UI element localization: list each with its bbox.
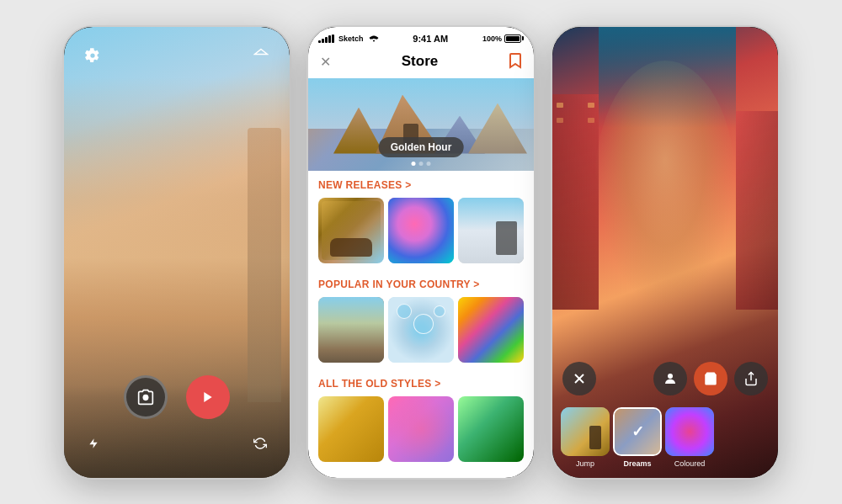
flash-icon[interactable]	[83, 432, 104, 454]
window-3	[557, 118, 563, 123]
window-2	[588, 103, 594, 108]
new-releases-section: NEW RELEASES >	[308, 171, 534, 270]
popular-section: POPULAR IN YOUR COUNTRY >	[308, 270, 534, 369]
camera-top-icons	[64, 42, 290, 69]
camera-bottom-icons	[64, 432, 290, 454]
store-banner: Golden Hour	[308, 78, 534, 171]
filter-close-button[interactable]	[562, 362, 596, 395]
old-styles-title[interactable]: ALL THE OLD STYLES >	[318, 378, 524, 390]
building-left	[552, 94, 599, 310]
signal-bar-2	[322, 39, 324, 43]
store-screen: Sketch 9:41 AM 100%	[308, 27, 534, 478]
filter-thumb-vintage[interactable]	[318, 198, 384, 263]
filter-item-jump[interactable]: Jump	[561, 407, 610, 468]
filter-item-dreams[interactable]: ✓ Dreams	[613, 407, 662, 468]
camera-screen	[64, 27, 290, 478]
filter-thumb-os-1[interactable]	[318, 396, 384, 462]
filter-preview-coloured[interactable]	[665, 407, 714, 456]
filter-screen: Jump ✓ Dreams	[552, 27, 778, 478]
signal-bar-1	[318, 40, 321, 43]
new-releases-grid	[318, 198, 524, 263]
filter-thumb-rose[interactable]	[388, 198, 454, 263]
signal-bar-3	[325, 37, 328, 43]
banner-label: Golden Hour	[379, 137, 464, 157]
filter-thumb-landscape[interactable]	[318, 297, 384, 363]
person-silhouette	[496, 221, 517, 255]
filter-thumb-os-2[interactable]	[388, 396, 454, 462]
building-right	[736, 111, 778, 310]
store-scroll[interactable]: NEW RELEASES >	[308, 171, 534, 478]
svg-point-1	[143, 395, 149, 401]
dot-3	[427, 162, 431, 166]
wifi-icon	[369, 34, 379, 44]
popular-title[interactable]: POPULAR IN YOUR COUNTRY >	[318, 279, 524, 290]
flip-camera-icon[interactable]	[249, 432, 271, 454]
status-bar: Sketch 9:41 AM 100%	[308, 27, 534, 47]
filter-bottom-controls: Jump ✓ Dreams	[552, 357, 778, 478]
shop-icon[interactable]	[694, 362, 727, 395]
filter-preview-dreams[interactable]: ✓	[613, 407, 662, 456]
filter-label-jump: Jump	[576, 459, 594, 468]
svg-marker-2	[204, 392, 211, 402]
window-4	[588, 118, 594, 123]
bubble-1	[397, 304, 412, 319]
filter-thumb-sport[interactable]	[458, 198, 524, 263]
store-close-button[interactable]: ✕	[320, 54, 331, 70]
status-time: 9:41 AM	[413, 34, 448, 44]
dot-2	[419, 162, 424, 166]
phone-store: Sketch 9:41 AM 100%	[306, 25, 536, 480]
profile-icon[interactable]	[653, 362, 687, 395]
banner-dots	[412, 162, 431, 166]
phone-camera	[62, 25, 291, 480]
bookmark-icon[interactable]	[509, 52, 522, 72]
filter-action-row	[552, 357, 778, 401]
new-releases-title[interactable]: NEW RELEASES >	[318, 179, 524, 191]
signal-bar-4	[328, 35, 331, 43]
filter-thumb-os-3[interactable]	[458, 396, 524, 462]
store-nav: ✕ Store	[308, 47, 534, 78]
signal-bars	[318, 34, 334, 43]
filter-down-icon[interactable]	[248, 42, 274, 69]
window-1	[557, 103, 563, 108]
battery-indicator: 100%	[482, 34, 524, 43]
filter-preview-jump[interactable]	[561, 407, 610, 456]
old-styles-section: ALL THE OLD STYLES >	[308, 369, 534, 469]
store-title: Store	[402, 53, 438, 70]
dot-active	[412, 162, 416, 166]
gear-icon[interactable]	[79, 42, 106, 69]
filter-label-dreams: Dreams	[623, 459, 651, 468]
jump-person	[589, 426, 601, 449]
photo-button[interactable]	[124, 375, 168, 419]
scroll-spacer	[308, 469, 534, 478]
filter-strip: Jump ✓ Dreams	[552, 401, 778, 478]
signal-bar-5	[332, 34, 334, 43]
popular-grid	[318, 297, 524, 363]
app-container: Sketch 9:41 AM 100%	[0, 0, 842, 504]
shutter-buttons	[124, 375, 230, 419]
phone-filter: Jump ✓ Dreams	[551, 25, 780, 480]
svg-marker-3	[89, 438, 97, 448]
old-styles-grid	[318, 396, 524, 462]
carrier-name: Sketch	[338, 34, 364, 43]
share-icon[interactable]	[734, 362, 768, 395]
filter-item-coloured[interactable]: Coloured	[665, 407, 714, 468]
bubble-3	[434, 305, 445, 317]
svg-point-7	[668, 374, 673, 379]
bubble-2	[413, 314, 434, 334]
video-button[interactable]	[186, 375, 230, 419]
battery-percent: 100%	[482, 34, 502, 43]
filter-thumb-bubbles[interactable]	[388, 297, 454, 363]
svg-point-4	[373, 40, 375, 41]
filter-selected-check: ✓	[632, 422, 644, 441]
status-carrier: Sketch	[318, 34, 379, 44]
building-silhouette	[248, 128, 281, 402]
camera-bottom-controls	[64, 385, 290, 478]
filter-label-coloured: Coloured	[674, 459, 706, 468]
filter-thumb-colorful[interactable]	[458, 297, 524, 363]
sky-overlay	[599, 27, 736, 128]
